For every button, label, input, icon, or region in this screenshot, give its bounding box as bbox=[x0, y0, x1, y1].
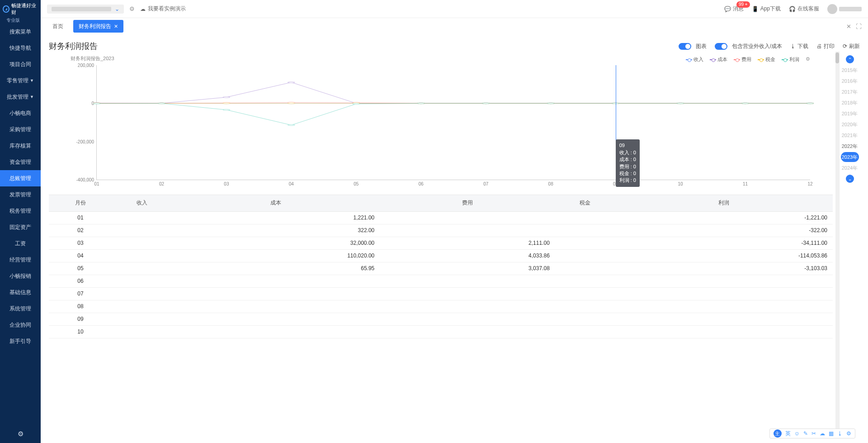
legend-item-利润[interactable]: 利润 bbox=[782, 56, 799, 63]
ime-bar[interactable]: 主 英 ☺ ✎ ✂ ☁ ▦ ⭳ ⚙ bbox=[769, 429, 855, 438]
scrollbar[interactable] bbox=[835, 52, 839, 437]
table-cell: 1,221.00 bbox=[172, 211, 380, 224]
ime-edit-icon[interactable]: ✎ bbox=[803, 430, 808, 437]
sidebar-item-14[interactable]: 经营管理 bbox=[0, 252, 41, 268]
year-button[interactable]: 2024年 bbox=[841, 163, 859, 173]
table-header: 成本 bbox=[172, 195, 380, 211]
sidebar-item-18[interactable]: 企业协同 bbox=[0, 317, 41, 333]
table-row: 06 bbox=[49, 275, 833, 287]
year-button[interactable]: 2020年 bbox=[841, 119, 859, 129]
table-cell bbox=[172, 313, 380, 325]
ime-scissors-icon[interactable]: ✂ bbox=[811, 430, 816, 437]
sidebar-item-6[interactable]: 采购管理 bbox=[0, 121, 41, 138]
toggle-switch[interactable] bbox=[679, 43, 691, 50]
year-button[interactable]: 2018年 bbox=[841, 98, 859, 108]
legend-marker bbox=[710, 59, 716, 60]
table-cell bbox=[172, 287, 380, 300]
toggle-switch[interactable] bbox=[715, 43, 727, 50]
scrollbar-thumb[interactable] bbox=[835, 52, 839, 63]
year-button[interactable]: 2017年 bbox=[841, 87, 859, 97]
sidebar-item-9[interactable]: 总账管理 bbox=[0, 170, 41, 186]
brand-name: 畅捷通好业财 bbox=[11, 2, 38, 16]
year-button[interactable]: 2023年 bbox=[841, 152, 859, 162]
toggle-chart[interactable]: 图表 bbox=[679, 43, 707, 50]
refresh-icon: ⟳ bbox=[843, 43, 847, 49]
year-button[interactable]: 2019年 bbox=[841, 109, 859, 119]
brand-logo[interactable]: 畅捷通好业财 bbox=[0, 0, 41, 18]
svg-point-38 bbox=[223, 103, 230, 104]
legend-marker bbox=[782, 59, 788, 60]
fullscreen-icon[interactable]: ⛶ bbox=[856, 23, 862, 30]
phone-icon: 📱 bbox=[752, 6, 759, 12]
sidebar-item-3[interactable]: 零售管理▼ bbox=[0, 72, 41, 89]
chart-plot[interactable]: 200,0000-200,000-400,0000102030405060708… bbox=[96, 65, 810, 180]
sidebar-item-0[interactable]: 搜索菜单 bbox=[0, 24, 41, 40]
sidebar-item-5[interactable]: 小畅电商 bbox=[0, 105, 41, 121]
sidebar-item-17[interactable]: 系统管理 bbox=[0, 300, 41, 317]
sidebar-item-4[interactable]: 批发管理▼ bbox=[0, 89, 41, 105]
topbar-user[interactable] bbox=[827, 4, 862, 14]
tab-report[interactable]: 财务利润报告 ✕ bbox=[73, 20, 123, 33]
table-cell bbox=[555, 275, 615, 287]
table-cell bbox=[112, 237, 172, 249]
sidebar-item-2[interactable]: 项目合同 bbox=[0, 56, 41, 72]
svg-point-50 bbox=[223, 109, 230, 110]
table-cell bbox=[380, 287, 555, 300]
year-button[interactable]: 2016年 bbox=[841, 76, 859, 86]
x-axis-label: 12 bbox=[807, 180, 812, 186]
x-axis-label: 05 bbox=[354, 180, 359, 186]
x-axis-label: 11 bbox=[743, 180, 748, 186]
sidebar-item-12[interactable]: 固定资产 bbox=[0, 219, 41, 235]
table-cell bbox=[614, 300, 833, 313]
chart-title: 财务利润报告_2023 bbox=[71, 55, 114, 62]
legend-item-成本[interactable]: 成本 bbox=[710, 56, 727, 63]
ime-cloud-icon[interactable]: ☁ bbox=[820, 430, 825, 437]
table-cell bbox=[380, 313, 555, 325]
refresh-button[interactable]: ⟳ 刷新 bbox=[843, 43, 860, 50]
legend-item-收入[interactable]: 收入 bbox=[686, 56, 703, 63]
ime-grid-icon[interactable]: ▦ bbox=[829, 430, 834, 437]
toggle-extra[interactable]: 包含营业外收入/成本 bbox=[715, 43, 782, 50]
sidebar-item-8[interactable]: 资金管理 bbox=[0, 154, 41, 170]
ime-download-icon[interactable]: ⭳ bbox=[837, 430, 843, 437]
legend-settings-icon[interactable]: ⚙ bbox=[806, 56, 810, 63]
chart[interactable]: 财务利润报告_2023 收入成本费用税金利润⚙ 200,0000-200,000… bbox=[49, 55, 833, 191]
download-button[interactable]: ⭳ 下载 bbox=[790, 43, 808, 50]
sidebar: 畅捷通好业财 专业版 搜索菜单快捷导航项目合同零售管理▼批发管理▼小畅电商采购管… bbox=[0, 0, 41, 443]
ime-smile-icon[interactable]: ☺ bbox=[794, 430, 800, 437]
ime-gear-icon[interactable]: ⚙ bbox=[846, 430, 851, 437]
year-up-button[interactable]: ⌃ bbox=[846, 55, 854, 63]
sidebar-item-label: 采购管理 bbox=[9, 126, 31, 133]
gear-icon[interactable]: ⚙ bbox=[129, 5, 135, 12]
sidebar-item-11[interactable]: 税务管理 bbox=[0, 203, 41, 219]
demo-link[interactable]: ☁ 我要看实例演示 bbox=[140, 5, 186, 13]
sidebar-item-7[interactable]: 库存核算 bbox=[0, 138, 41, 154]
toggle-extra-label: 包含营业外收入/成本 bbox=[732, 43, 782, 50]
year-button[interactable]: 2015年 bbox=[841, 65, 859, 75]
topbar-messages[interactable]: 💬 消息 99 + bbox=[724, 5, 744, 13]
chart-legend: 收入成本费用税金利润⚙ bbox=[686, 56, 810, 63]
sidebar-item-1[interactable]: 快捷导航 bbox=[0, 40, 41, 56]
sidebar-settings[interactable]: ⚙ bbox=[0, 425, 41, 443]
sidebar-item-15[interactable]: 小畅报销 bbox=[0, 268, 41, 284]
year-down-button[interactable]: ⌄ bbox=[846, 175, 854, 183]
sidebar-item-label: 资金管理 bbox=[9, 158, 31, 166]
legend-item-费用[interactable]: 费用 bbox=[734, 56, 751, 63]
tab-home[interactable]: 首页 bbox=[47, 20, 69, 33]
sidebar-item-19[interactable]: 新手引导 bbox=[0, 333, 41, 349]
table-cell bbox=[380, 224, 555, 237]
sidebar-item-10[interactable]: 发票管理 bbox=[0, 186, 41, 203]
close-icon[interactable]: ✕ bbox=[114, 24, 118, 29]
sidebar-item-13[interactable]: 工资 bbox=[0, 235, 41, 252]
sidebar-item-16[interactable]: 基础信息 bbox=[0, 284, 41, 300]
table-header-row: 月份收入成本费用税金利润 bbox=[49, 195, 833, 211]
topbar-download[interactable]: 📱 App下载 bbox=[752, 5, 781, 13]
org-selector[interactable]: ⌄ bbox=[47, 5, 124, 14]
close-all-icon[interactable]: ✕ bbox=[846, 23, 851, 30]
print-button[interactable]: 🖨 打印 bbox=[816, 43, 835, 50]
year-button[interactable]: 2021年 bbox=[841, 130, 859, 140]
legend-item-税金[interactable]: 税金 bbox=[758, 56, 775, 63]
topbar-service[interactable]: 🎧 在线客服 bbox=[789, 5, 819, 13]
year-button[interactable]: 2022年 bbox=[841, 141, 859, 151]
chevron-down-icon: ▼ bbox=[30, 78, 34, 83]
